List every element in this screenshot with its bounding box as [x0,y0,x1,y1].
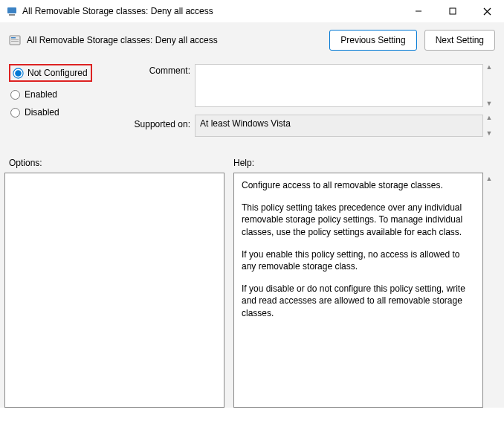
policy-icon [9,34,21,46]
svg-rect-7 [11,37,16,39]
comment-input[interactable] [195,64,483,107]
scroll-down-icon[interactable]: ▼ [486,130,493,137]
close-button[interactable] [470,0,504,22]
title-bar: All Removable Storage classes: Deny all … [0,0,504,22]
panes-row: Configure access to all removable storag… [0,173,504,408]
policy-title: All Removable Storage classes: Deny all … [27,35,322,45]
radio-not-configured[interactable]: Not Configured [9,64,92,82]
radio-enabled-label: Enabled [25,89,57,100]
help-paragraph: If you disable or do not configure this … [242,283,475,319]
minimize-button[interactable] [401,0,436,22]
config-section: Not Configured Enabled Disabled Comment:… [0,64,504,153]
svg-rect-0 [7,7,16,13]
svg-rect-8 [11,39,19,40]
next-setting-button[interactable]: Next Setting [424,30,495,51]
comment-label: Comment: [128,64,195,107]
svg-rect-3 [450,8,456,14]
scroll-up-icon[interactable]: ▲ [486,176,493,182]
radio-disabled[interactable]: Disabled [9,104,128,121]
previous-setting-button[interactable]: Previous Setting [329,30,416,51]
options-pane [4,173,224,408]
radio-disabled-label: Disabled [25,107,59,118]
scroll-up-icon[interactable]: ▲ [486,64,493,71]
radio-not-configured-input[interactable] [13,68,23,78]
pane-headers: Options: Help: [0,153,504,173]
help-paragraph: This policy setting takes precedence ove… [242,202,475,238]
app-icon [6,5,18,17]
state-radio-group: Not Configured Enabled Disabled [9,64,128,144]
scroll-down-icon[interactable]: ▼ [486,100,493,107]
header-bar: All Removable Storage classes: Deny all … [0,22,504,64]
help-pane: Configure access to all removable storag… [233,173,483,408]
help-paragraph: Configure access to all removable storag… [242,179,475,191]
radio-not-configured-label: Not Configured [28,68,88,78]
radio-enabled-input[interactable] [10,90,20,100]
supported-on-label: Supported on: [128,115,195,137]
window-title: All Removable Storage classes: Deny all … [22,6,401,16]
supported-on-value: At least Windows Vista [195,115,483,137]
help-paragraph: If you enable this policy setting, no ac… [242,248,475,272]
svg-rect-1 [9,14,15,16]
maximize-button[interactable] [436,0,470,22]
svg-rect-9 [11,41,19,42]
options-label: Options: [9,158,233,168]
help-label: Help: [233,158,254,168]
radio-disabled-input[interactable] [10,108,20,118]
scroll-up-icon[interactable]: ▲ [486,115,493,121]
radio-enabled[interactable]: Enabled [9,86,128,103]
